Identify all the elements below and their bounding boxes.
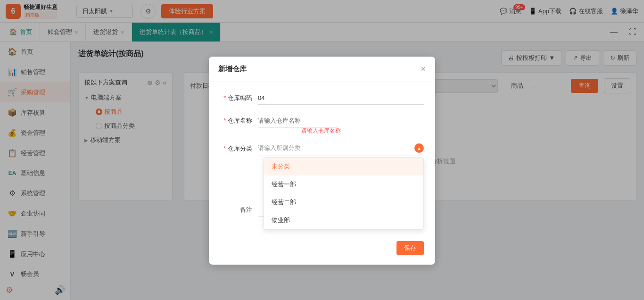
save-button[interactable]: 保存 <box>396 241 424 255</box>
modal-overlay: 新增仓库 × * 仓库编码 * 仓库名称 请输入仓库名称 <box>0 0 644 300</box>
dropdown-item-1[interactable]: 经营一部 <box>264 175 423 193</box>
dropdown-item-0[interactable]: 未分类 <box>264 158 423 175</box>
modal-title: 新增仓库 <box>218 65 247 74</box>
notes-label: 备注 <box>220 206 258 214</box>
warehouse-code-input[interactable] <box>258 92 424 105</box>
modal-close-button[interactable]: × <box>421 64 426 74</box>
form-row-name: * 仓库名称 请输入仓库名称 <box>220 114 424 127</box>
dropdown-item-2[interactable]: 经营二部 <box>264 193 423 211</box>
category-dropdown-list: 未分类 经营一部 经营二部 物业部 <box>264 157 424 230</box>
category-label: * 仓库分类 <box>220 144 258 153</box>
dropdown-item-3[interactable]: 物业部 <box>264 211 423 229</box>
category-dropdown-trigger[interactable]: 请输入所属分类 ▲ <box>258 141 424 156</box>
code-label: * 仓库编码 <box>220 94 258 102</box>
modal-new-warehouse: 新增仓库 × * 仓库编码 * 仓库名称 请输入仓库名称 <box>209 57 435 265</box>
name-error-message: 请输入仓库名称 <box>301 127 341 135</box>
dropdown-up-icon: ▲ <box>414 143 424 153</box>
name-label: * 仓库名称 <box>220 117 258 125</box>
form-row-category: * 仓库分类 请输入所属分类 ▲ 未分类 经营一部 经营二部 物业部 <box>220 141 424 156</box>
warehouse-name-input[interactable] <box>258 114 337 127</box>
form-row-code: * 仓库编码 <box>220 92 424 105</box>
modal-footer: 保存 <box>209 235 435 265</box>
modal-body: * 仓库编码 * 仓库名称 请输入仓库名称 * <box>209 82 435 235</box>
modal-header: 新增仓库 × <box>209 57 435 82</box>
name-input-wrapper: 请输入仓库名称 <box>258 114 424 127</box>
